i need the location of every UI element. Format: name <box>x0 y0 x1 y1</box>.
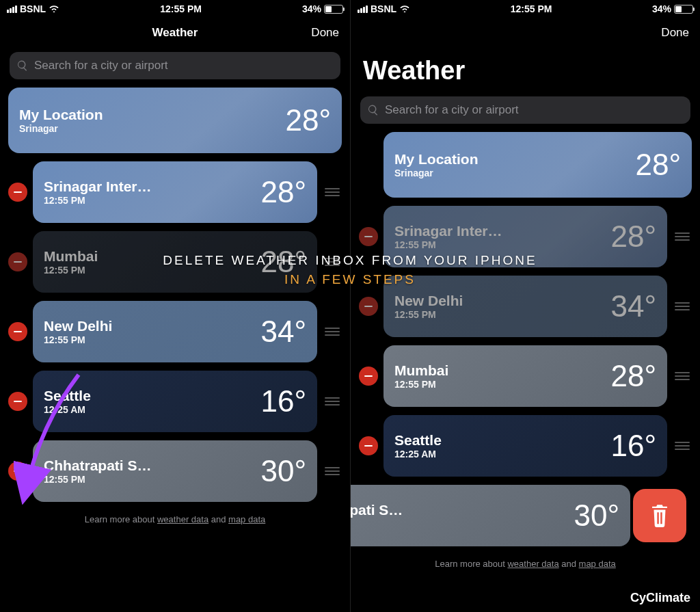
city-card[interactable]: Srinagar Inter…12:55 PM 28° <box>383 206 667 267</box>
map-data-link[interactable]: map data <box>228 514 265 524</box>
search-placeholder: Search for a city or airport <box>385 103 519 117</box>
city-card[interactable]: Srinagar Inter…12:55 PM 28° <box>33 161 317 223</box>
search-field[interactable]: Search for a city or airport <box>10 52 340 79</box>
city-list: My Location Srinagar 28° Srinagar Inter…… <box>0 88 350 502</box>
battery-pct: 34% <box>652 3 671 14</box>
search-icon <box>367 104 379 116</box>
phone-left: BSNL 12:55 PM 34% Weather Done Search fo… <box>0 0 350 612</box>
status-bar: BSNL 12:55 PM 34% <box>351 0 700 18</box>
remove-button[interactable] <box>359 436 378 455</box>
battery-pct: 34% <box>302 3 321 14</box>
footer-text: Learn more about weather data and map da… <box>351 555 700 578</box>
remove-button[interactable] <box>359 227 378 246</box>
city-card[interactable]: Seattle12:25 AM 16° <box>383 415 667 477</box>
reorder-handle[interactable] <box>673 232 692 241</box>
reorder-handle[interactable] <box>323 188 342 196</box>
city-card[interactable]: Seattle12:25 AM 16° <box>33 371 317 432</box>
wifi-icon <box>49 3 59 14</box>
weather-data-link[interactable]: weather data <box>507 559 558 569</box>
remove-button[interactable] <box>8 392 27 411</box>
remove-button[interactable] <box>8 462 27 481</box>
nav-bar: Done <box>351 18 700 48</box>
city-card-swiped[interactable]: hhatrapati S…55 PM 30° <box>350 485 630 546</box>
search-field[interactable]: Search for a city or airport <box>360 96 690 124</box>
my-location-card[interactable]: My Location Srinagar 28° <box>8 88 342 153</box>
search-icon <box>16 59 29 72</box>
city-card[interactable]: New Delhi12:55 PM 34° <box>33 301 317 362</box>
map-data-link[interactable]: map data <box>579 559 616 569</box>
reorder-handle[interactable] <box>673 302 692 310</box>
page-title: Weather <box>351 48 700 92</box>
location-sub: Srinagar <box>19 123 103 134</box>
location-name: My Location <box>19 107 103 123</box>
done-button[interactable]: Done <box>661 26 689 40</box>
search-placeholder: Search for a city or airport <box>34 59 168 72</box>
signal-icon <box>358 5 368 13</box>
carrier-label: BSNL <box>371 3 396 14</box>
remove-button[interactable] <box>359 297 378 316</box>
delete-button[interactable] <box>633 489 686 542</box>
remove-button[interactable] <box>359 367 378 386</box>
remove-button[interactable] <box>8 183 27 202</box>
signal-icon <box>7 5 17 13</box>
status-bar: BSNL 12:55 PM 34% <box>0 0 350 18</box>
reorder-handle[interactable] <box>323 397 342 405</box>
city-card[interactable]: New Delhi12:55 PM 34° <box>383 276 667 337</box>
reorder-handle[interactable] <box>323 467 342 475</box>
battery-icon <box>674 5 693 14</box>
trash-icon <box>649 504 670 527</box>
footer-text: Learn more about weather data and map da… <box>0 510 350 534</box>
city-card[interactable]: Mumbai12:55 PM 28° <box>383 345 667 407</box>
my-location-card[interactable]: My Location Srinagar 28° <box>383 132 692 198</box>
city-list: My Location Srinagar 28° Srinagar Inter…… <box>351 132 700 546</box>
location-temp: 28° <box>285 103 331 137</box>
weather-data-link[interactable]: weather data <box>157 514 208 524</box>
done-button[interactable]: Done <box>311 26 339 40</box>
watermark: CyClimate <box>630 591 690 605</box>
reorder-handle[interactable] <box>323 328 342 336</box>
carrier-label: BSNL <box>20 3 46 14</box>
reorder-handle[interactable] <box>673 442 692 450</box>
battery-icon <box>324 5 343 14</box>
clock: 12:55 PM <box>511 3 552 14</box>
remove-button[interactable] <box>8 322 27 341</box>
city-card[interactable]: Mumbai12:55 PM 28° <box>33 231 317 293</box>
phone-right: BSNL 12:55 PM 34% Done Weather Search fo… <box>350 0 700 612</box>
nav-title: Weather <box>0 26 350 40</box>
nav-bar: Weather Done <box>0 18 350 48</box>
remove-button[interactable] <box>8 252 27 271</box>
city-card[interactable]: Chhatrapati S…12:55 PM 30° <box>33 440 317 502</box>
reorder-handle[interactable] <box>323 258 342 266</box>
reorder-handle[interactable] <box>673 372 692 380</box>
wifi-icon <box>399 3 410 14</box>
clock: 12:55 PM <box>160 3 202 14</box>
